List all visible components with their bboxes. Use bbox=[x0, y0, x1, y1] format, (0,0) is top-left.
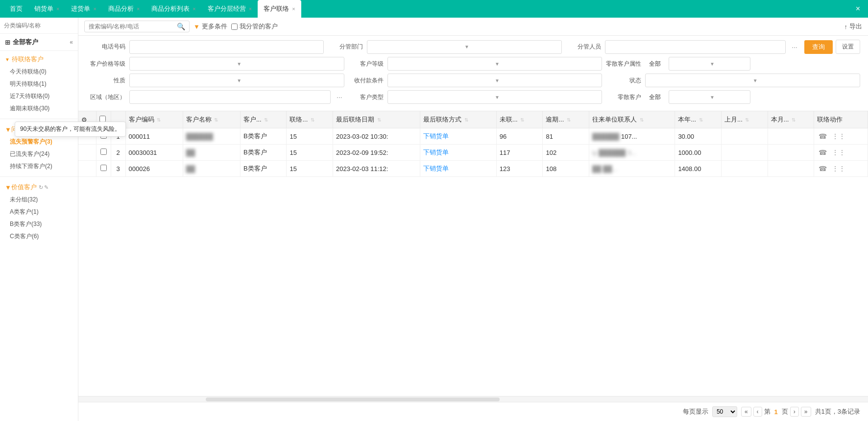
tab-analysis-list-close[interactable]: × bbox=[193, 6, 195, 12]
col-code-sort[interactable]: ⇅ bbox=[157, 117, 161, 123]
table-head: ⚙ 客户编码 ⇅ 客户名称 ⇅ bbox=[78, 111, 868, 128]
window-close-button[interactable]: × bbox=[852, 4, 864, 13]
row3-last-way[interactable]: 下销货单 bbox=[420, 161, 496, 177]
row3-action-more-icon[interactable]: ⋮⋮ bbox=[832, 165, 845, 173]
col-name-sort[interactable]: ⇅ bbox=[214, 117, 218, 123]
sidebar-divider-2 bbox=[0, 176, 78, 177]
col-last-date-sort[interactable]: ⇅ bbox=[377, 117, 381, 123]
manager-dots-icon[interactable]: ··· bbox=[790, 43, 799, 51]
tab-sales[interactable]: 销货单 × bbox=[28, 0, 65, 18]
tab-home[interactable]: 首页 bbox=[4, 0, 28, 18]
filter-cell-dept: 分管部门 ▼ bbox=[324, 40, 561, 54]
filter-select-payment[interactable]: ▼ bbox=[387, 74, 603, 87]
tab-customer-connect-close[interactable]: × bbox=[292, 6, 295, 12]
sidebar-item-class-b[interactable]: B类客户(33) bbox=[0, 218, 78, 230]
filter-input-phone[interactable] bbox=[129, 40, 324, 54]
toolbar-export-btn[interactable]: ↑ 导出 bbox=[844, 22, 863, 31]
tab-analysis[interactable]: 商品分析 × bbox=[102, 0, 145, 18]
tab-customer-connect[interactable]: 客户联络 × bbox=[258, 0, 301, 18]
scrollbar-thumb[interactable] bbox=[206, 397, 500, 401]
row3-action-chat-icon[interactable]: ☎ bbox=[819, 165, 827, 173]
mycustomer-checkbox[interactable] bbox=[231, 24, 238, 30]
settings-button[interactable]: 设置 bbox=[836, 40, 860, 54]
row2-select-checkbox[interactable] bbox=[100, 149, 107, 155]
first-page-button[interactable]: « bbox=[741, 407, 751, 417]
next-page-button[interactable]: › bbox=[790, 407, 799, 417]
filter-label-status: 状态 bbox=[602, 76, 641, 85]
sidebar-search-input[interactable] bbox=[4, 22, 77, 29]
tab-analysis-close[interactable]: × bbox=[137, 6, 140, 12]
sidebar-item-7days[interactable]: 近7天待联络(0) bbox=[0, 90, 78, 102]
toolbar-search-input[interactable] bbox=[89, 23, 177, 30]
col-last-way-sort[interactable]: ⇅ bbox=[464, 117, 468, 123]
col-unit-contact-sort[interactable]: ⇅ bbox=[640, 117, 644, 123]
query-button[interactable]: 查询 bbox=[804, 40, 833, 54]
filter-select-nature[interactable]: ▼ bbox=[129, 74, 344, 87]
page-size-select[interactable]: 50 10 20 100 bbox=[712, 406, 737, 417]
col-type-sort[interactable]: ⇅ bbox=[264, 117, 268, 123]
row1-action-chat-icon[interactable]: ☎ bbox=[819, 132, 827, 140]
filter-select-price-tier[interactable]: ▼ bbox=[129, 57, 344, 71]
tab-customer-tier[interactable]: 客户分层经营 × bbox=[202, 0, 258, 18]
value-settings-icon[interactable]: ✎ bbox=[44, 184, 48, 191]
horizontal-scrollbar[interactable] bbox=[78, 396, 868, 402]
col-this-month-sort[interactable]: ⇅ bbox=[792, 117, 796, 123]
tab-purchase-close[interactable]: × bbox=[93, 6, 96, 12]
row2-last-way[interactable]: 下销货单 bbox=[420, 145, 496, 161]
filter-cell-phone: 电话号码 bbox=[86, 40, 324, 54]
sidebar-item-class-c[interactable]: C类客户(6) bbox=[0, 230, 78, 243]
filter-cell-manager: 分管人员 ··· bbox=[562, 40, 799, 54]
filter-select-customer-type[interactable]: ▼ bbox=[387, 90, 603, 104]
tab-purchase[interactable]: 进货单 × bbox=[65, 0, 102, 18]
sidebar-item-declining[interactable]: 持续下滑客户(2) bbox=[0, 160, 78, 173]
col-uncontact-sort[interactable]: ⇅ bbox=[520, 117, 524, 123]
row3-select-checkbox[interactable] bbox=[100, 165, 107, 171]
tab-sales-close[interactable]: × bbox=[56, 6, 59, 12]
sidebar-item-today[interactable]: 今天待联络(0) bbox=[0, 66, 78, 78]
col-last-month-sort[interactable]: ⇅ bbox=[745, 117, 749, 123]
row1-action-more-icon[interactable]: ⋮⋮ bbox=[832, 132, 845, 140]
col-year-sort[interactable]: ⇅ bbox=[699, 117, 703, 123]
filter-label-customer-tier: 客户等级 bbox=[344, 60, 384, 68]
sidebar-item-class-a[interactable]: A类客户(1) bbox=[0, 206, 78, 218]
filter-label-region: 区域（地区） bbox=[86, 93, 125, 101]
table-header-row: ⚙ 客户编码 ⇅ 客户名称 ⇅ bbox=[78, 111, 868, 128]
sidebar-item-tomorrow[interactable]: 明天待联络(1) bbox=[0, 78, 78, 90]
value-edit-icon[interactable]: ↻ bbox=[39, 184, 43, 191]
region-dots-icon[interactable]: ··· bbox=[335, 93, 344, 101]
filter-select-customer-tier[interactable]: ▼ bbox=[387, 57, 603, 71]
mycustomer-label: 我分管的客户 bbox=[240, 22, 278, 31]
sidebar-item-overdue[interactable]: 逾期未联络(30) bbox=[0, 102, 78, 115]
sidebar-collapse-icon[interactable]: « bbox=[70, 39, 73, 46]
row3-num: 3 bbox=[111, 161, 125, 177]
filter-input-manager[interactable] bbox=[605, 40, 786, 54]
filter-select-dept[interactable]: ▼ bbox=[367, 40, 561, 54]
filter-label-nature: 性质 bbox=[86, 76, 125, 85]
toolbar-filter-btn[interactable]: ▼ 更多条件 bbox=[193, 22, 227, 31]
filter-select-status[interactable]: ▼ bbox=[645, 74, 860, 87]
sidebar-group-pending-title[interactable]: ▼ 待联络客户 bbox=[0, 53, 78, 66]
col-overdue-sort[interactable]: ⇅ bbox=[567, 117, 571, 123]
row2-action-more-icon[interactable]: ⋮⋮ bbox=[832, 149, 845, 156]
sidebar-group-value-title[interactable]: ▼ 价值客户 ↻ ✎ bbox=[0, 181, 78, 194]
row2-action-chat-icon[interactable]: ☎ bbox=[819, 149, 827, 156]
col-last-way: 最后联络方式 ⇅ bbox=[420, 111, 496, 128]
filter-cell-customer-tier: 客户等级 ▼ bbox=[344, 57, 603, 71]
col-contact-sort[interactable]: ⇅ bbox=[311, 117, 314, 123]
last-page-button[interactable]: » bbox=[801, 407, 811, 417]
tab-analysis-list[interactable]: 商品分析列表 × bbox=[145, 0, 201, 18]
filter-select-scatter[interactable]: ▼ bbox=[669, 90, 750, 104]
filter-input-region[interactable] bbox=[129, 90, 331, 104]
col-name-label: 客户名称 bbox=[186, 116, 212, 123]
prev-page-button[interactable]: ‹ bbox=[753, 407, 762, 417]
filter-select-scatter-prop[interactable]: ▼ bbox=[669, 57, 750, 71]
row1-last-way[interactable]: 下销货单 bbox=[420, 128, 496, 145]
toolbar-search-icon[interactable]: 🔍 bbox=[177, 23, 185, 30]
data-table: ⚙ 客户编码 ⇅ 客户名称 ⇅ bbox=[78, 111, 868, 177]
sidebar-group-value: ▼ 价值客户 ↻ ✎ 未分组(32) A类客户(1) B类客户(33) C类客户… bbox=[0, 179, 78, 245]
sidebar-all-customers[interactable]: ⊞ 全部客户 « bbox=[0, 34, 78, 51]
sidebar-item-churned[interactable]: 已流失客户(24) bbox=[0, 148, 78, 160]
sidebar-item-ungroups[interactable]: 未分组(32) bbox=[0, 194, 78, 206]
sidebar-item-churn-warning[interactable]: 流失预警客户(3) bbox=[0, 136, 78, 148]
tab-customer-tier-close[interactable]: × bbox=[249, 6, 252, 12]
